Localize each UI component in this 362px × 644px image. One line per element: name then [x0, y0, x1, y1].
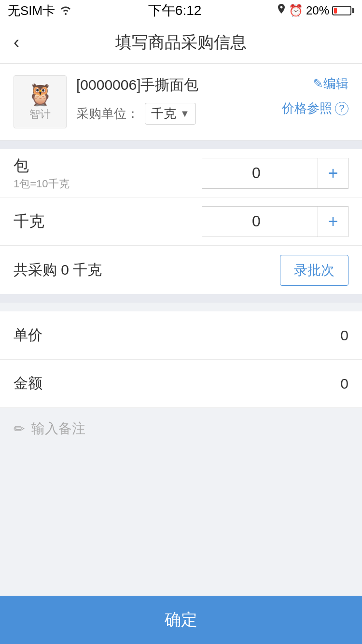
- status-bar-time: 下午6:12: [148, 1, 202, 20]
- alarm-icon: ⏰: [289, 4, 303, 17]
- battery-text: 20%: [306, 4, 329, 17]
- quantity-input-area-kg: +: [91, 206, 348, 237]
- status-bar-right: ⏰ 20%: [277, 4, 354, 17]
- dropdown-arrow-icon: ▼: [180, 108, 190, 119]
- price-label: 单价: [14, 325, 42, 345]
- product-name: [0000006]手撕面包: [76, 75, 271, 95]
- quantity-row-bao: 包 1包=10千克 +: [0, 149, 362, 197]
- product-image: 🦉 智计: [14, 75, 67, 128]
- section-divider-1: [0, 140, 362, 149]
- note-section[interactable]: ✏ 输入备注: [0, 408, 362, 449]
- content-area: [0, 449, 362, 585]
- batch-button[interactable]: 录批次: [280, 255, 348, 286]
- quantity-name-kg: 千克: [14, 211, 91, 232]
- product-info: [0000006]手撕面包 采购单位： 千克 ▼: [76, 75, 271, 125]
- price-ref-button[interactable]: 价格参照 ?: [282, 100, 348, 117]
- price-value: 0: [340, 327, 348, 344]
- summary-row: 共采购 0 千克 录批次: [0, 246, 362, 294]
- confirm-button[interactable]: 确定: [0, 596, 362, 644]
- status-bar: 无SIM卡 下午6:12 ⏰ 20%: [0, 0, 362, 21]
- product-actions: ✎编辑 价格参照 ?: [281, 75, 348, 117]
- unit-label: 采购单位：: [76, 105, 139, 122]
- summary-amount-value: 0: [61, 262, 69, 278]
- summary-unit-value: 千克: [73, 262, 102, 278]
- nav-bar: ‹ 填写商品采购信息: [0, 21, 362, 64]
- location-icon: [277, 4, 286, 17]
- product-image-brand: 智计: [29, 107, 51, 122]
- back-button[interactable]: ‹: [14, 32, 19, 53]
- quantity-label-kg: 千克: [14, 211, 91, 232]
- quantity-section: 包 1包=10千克 + 千克 + 共采购 0 千克 录批次: [0, 149, 362, 294]
- quantity-input-kg[interactable]: [202, 206, 318, 237]
- pencil-icon: ✏: [14, 421, 25, 437]
- network-label: 无SIM卡: [8, 2, 55, 19]
- product-image-icon: 🦉: [27, 82, 54, 107]
- unit-selector[interactable]: 千克 ▼: [145, 103, 196, 125]
- edit-button[interactable]: ✎编辑: [313, 75, 348, 92]
- price-row: 单价 0: [0, 311, 362, 360]
- quantity-row-kg: 千克 +: [0, 197, 362, 246]
- page-title: 填写商品采购信息: [115, 31, 247, 54]
- amount-label: 金额: [14, 374, 42, 393]
- section-divider-2: [0, 294, 362, 303]
- price-ref-label: 价格参照: [282, 100, 332, 117]
- battery-icon: [332, 6, 354, 15]
- summary-label: 共采购: [14, 262, 57, 278]
- amount-value: 0: [340, 376, 348, 392]
- quantity-label-bao: 包 1包=10千克: [14, 155, 91, 191]
- quantity-input-area-bao: +: [91, 158, 348, 189]
- wifi-icon: [59, 3, 72, 18]
- quantity-plus-bao[interactable]: +: [318, 158, 348, 189]
- help-icon: ?: [335, 102, 348, 115]
- quantity-sublabel-bao: 1包=10千克: [14, 177, 91, 191]
- quantity-name-bao: 包: [14, 155, 91, 177]
- info-section: 单价 0 金额 0: [0, 311, 362, 408]
- status-bar-left: 无SIM卡: [8, 2, 72, 19]
- note-placeholder: 输入备注: [31, 420, 85, 438]
- unit-value: 千克: [151, 105, 176, 122]
- quantity-plus-kg[interactable]: +: [318, 206, 348, 237]
- product-card: 🦉 智计 [0000006]手撕面包 采购单位： 千克 ▼ ✎编辑 价格参照 ?: [0, 64, 362, 140]
- summary-text: 共采购 0 千克: [14, 260, 102, 280]
- quantity-input-bao[interactable]: [202, 158, 318, 189]
- product-meta: 采购单位： 千克 ▼: [76, 103, 271, 125]
- amount-row: 金额 0: [0, 360, 362, 408]
